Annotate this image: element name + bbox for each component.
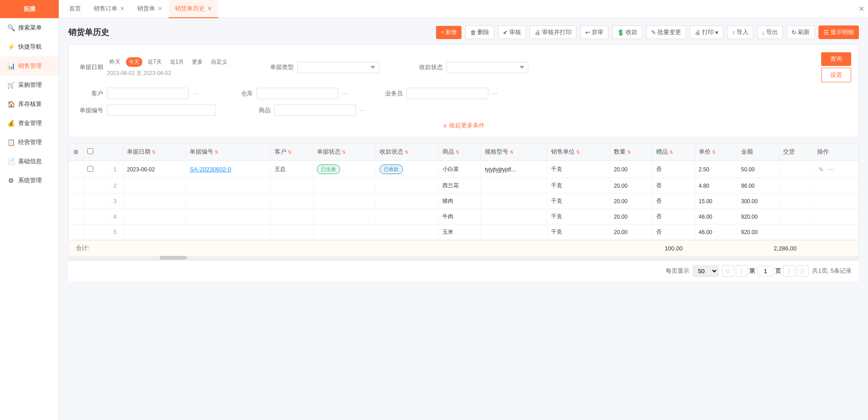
date-btn-custom[interactable]: 自定义 [208, 57, 230, 67]
date-btn-1month[interactable]: 近1月 [167, 57, 187, 67]
new-button[interactable]: + 新增 [436, 26, 462, 39]
td-customer: 王总 [271, 161, 313, 178]
sort-gift-icon[interactable]: ⇅ [669, 150, 673, 155]
export-icon: ↓ [762, 29, 765, 36]
date-btn-7days[interactable]: 近7天 [145, 57, 165, 67]
query-button[interactable]: 查询 [821, 52, 851, 66]
page-prev-button[interactable]: ⟨ [736, 265, 748, 277]
row-checkbox[interactable] [87, 166, 93, 172]
batch-change-button[interactable]: ✎ 批量变更 [646, 25, 686, 39]
tab-sales-goods-close[interactable]: ✕ [158, 5, 162, 12]
sort-unit-price-icon[interactable]: ⇅ [712, 150, 716, 155]
sidebar-item-system[interactable]: ⚙ 系统管理 [0, 171, 59, 190]
import-icon: ↑ [732, 29, 735, 36]
sort-spec-icon[interactable]: ⇅ [510, 150, 513, 155]
export-button[interactable]: ↓ 导出 [757, 25, 783, 39]
td-collect-status [376, 194, 439, 209]
date-btn-yesterday[interactable]: 昨天 [107, 57, 123, 67]
page-last-button[interactable]: ⟩⟩ [797, 265, 808, 277]
sort-customer-icon[interactable]: ⇅ [288, 150, 291, 155]
tab-sales-history[interactable]: 销货单历史 ✕ [169, 0, 218, 18]
td-settings [69, 178, 83, 194]
sidebar-item-finance[interactable]: 💰 资金管理 [0, 114, 59, 133]
sort-goods-icon[interactable]: ⇅ [456, 150, 459, 155]
sort-doc-date-icon[interactable]: ⇅ [152, 150, 156, 155]
sidebar-item-inventory[interactable]: 🏠 库存核算 [0, 95, 59, 114]
date-filter: 单据日期 昨天 今天 近7天 近1月 更多 自定义 2023-06-02 至 2… [76, 57, 230, 77]
abandon-icon: ↩ [585, 29, 590, 36]
import-button[interactable]: ↑ 导入 [727, 25, 753, 39]
tab-sales-order-close[interactable]: ✕ [120, 5, 125, 12]
select-all-checkbox[interactable] [87, 148, 93, 154]
page-next-button[interactable]: ⟩ [783, 265, 795, 277]
collect-button[interactable]: 💲 收款 [612, 25, 642, 39]
page-first-button[interactable]: ⟨⟨ [722, 265, 734, 277]
td-doc-date [123, 178, 186, 194]
per-page-select[interactable]: 50 100 [693, 265, 718, 277]
filter-settings-button[interactable]: 设置 [821, 68, 851, 82]
td-seq: 3 [107, 194, 123, 209]
horizontal-scrollbar[interactable] [69, 256, 858, 260]
page-number-input[interactable] [757, 266, 773, 276]
salesperson-input[interactable] [406, 88, 488, 99]
more-action-icon[interactable]: ⋯ [828, 166, 834, 173]
customer-dots[interactable]: ··· [192, 90, 198, 98]
td-gift: 否 [652, 194, 695, 209]
customer-input[interactable] [107, 88, 189, 99]
audit-button[interactable]: ✔ 审核 [498, 25, 526, 39]
delete-button[interactable]: 🗑 删除 [465, 25, 494, 39]
sort-sales-unit-icon[interactable]: ⇅ [576, 150, 580, 155]
th-doc-no: 单据编号 ⇅ [186, 143, 271, 161]
sort-quantity-icon[interactable]: ⇅ [627, 150, 631, 155]
td-doc-date [123, 225, 186, 240]
warehouse-dots[interactable]: ··· [342, 90, 348, 98]
sort-doc-no-icon[interactable]: ⇅ [215, 150, 218, 155]
tab-home[interactable]: 首页 [63, 0, 87, 18]
date-btn-today[interactable]: 今天 [126, 57, 142, 67]
td-unit-price: 4.80 [695, 178, 737, 194]
sidebar-item-search-menu[interactable]: 🔍 搜索菜单 [0, 18, 59, 37]
td-gift: 否 [652, 209, 695, 225]
goods-dots[interactable]: ··· [360, 106, 366, 115]
tab-sales-order[interactable]: 销售订单 ✕ [87, 0, 131, 18]
collapse-filters-button[interactable]: ∧ 收起更多条件 [76, 121, 851, 130]
collect-status-select[interactable] [447, 62, 528, 73]
collect-status-filter: 收款状态 [416, 62, 528, 73]
scroll-thumb[interactable] [160, 256, 187, 260]
warehouse-input[interactable] [256, 88, 338, 99]
salesperson-dots[interactable]: ··· [492, 90, 498, 98]
print-button[interactable]: 🖨 打印 ▾ [690, 25, 723, 39]
sidebar-item-operations[interactable]: 📋 经营管理 [0, 133, 59, 152]
audit-print-button[interactable]: 🖨 审核并打印 [530, 25, 577, 39]
doc-no-input[interactable] [107, 105, 216, 116]
goods-input[interactable] [274, 105, 356, 116]
sidebar-item-sales-mgmt[interactable]: 📊 销售管理 [0, 56, 59, 75]
show-detail-button[interactable]: ☰ 显示明细 [818, 25, 859, 39]
sidebar-item-quick-nav[interactable]: ⚡ 快捷导航 [0, 37, 59, 56]
sort-doc-status-icon[interactable]: ⇅ [342, 150, 346, 155]
tab-sales-history-close[interactable]: ✕ [207, 5, 212, 12]
tab-sales-goods[interactable]: 销货单 ✕ [131, 0, 169, 18]
table-settings-icon[interactable]: ⚙ [73, 149, 79, 155]
th-sales-unit: 销售单位 ⇅ [547, 143, 610, 161]
tab-sales-goods-label: 销货单 [137, 5, 155, 13]
td-doc-no [186, 225, 271, 240]
date-btn-more[interactable]: 更多 [189, 57, 206, 67]
abandon-button[interactable]: ↩ 弃审 [580, 25, 608, 39]
sort-collect-status-icon[interactable]: ⇅ [405, 150, 408, 155]
finance-icon: 💰 [7, 120, 15, 127]
tab-bar: 首页 销售订单 ✕ 销货单 ✕ 销货单历史 ✕ ✕ [59, 0, 868, 18]
edit-action-icon[interactable]: ✎ [818, 166, 824, 173]
td-collect-status [376, 225, 439, 240]
td-unit-price: 2.50 [695, 161, 737, 178]
sidebar-item-purchase-mgmt[interactable]: 🛒 采购管理 [0, 75, 59, 95]
doc-no-link[interactable]: SA-20230602-0 [190, 166, 231, 173]
show-detail-icon: ☰ [823, 29, 829, 36]
td-doc-status [313, 194, 376, 209]
sidebar-item-basic-info[interactable]: 📄 基础信息 [0, 152, 59, 171]
td-goods: 猪肉 [439, 194, 481, 209]
doc-type-select[interactable] [297, 62, 379, 73]
window-close-button[interactable]: ✕ [858, 5, 864, 13]
sales-mgmt-icon: 📊 [7, 62, 15, 70]
refresh-button[interactable]: ↻ 刷新 [787, 25, 815, 39]
